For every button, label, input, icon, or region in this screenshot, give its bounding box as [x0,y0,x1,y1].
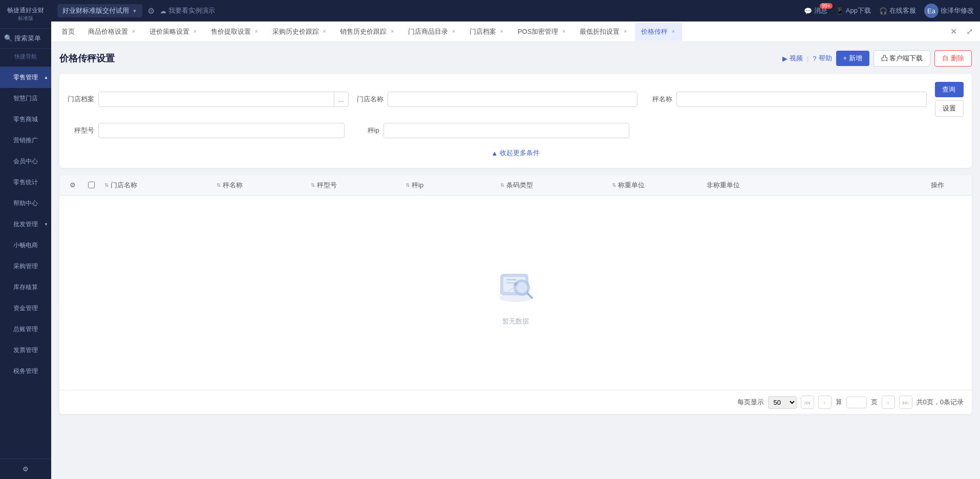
tab-close-purchase-history[interactable]: × [322,28,327,35]
tab-pos-mgmt[interactable]: POS加密管理× [512,23,572,41]
prev-page-btn[interactable]: ‹ [818,396,832,409]
scale-ip-field: 秤ip [353,123,630,138]
tab-close-store-archive[interactable]: × [499,28,504,35]
collapse-icon: ▲ [492,149,498,157]
app-download-btn[interactable]: 📱 App下载 [836,6,871,15]
topbar-gear-btn[interactable]: ⚙ [147,6,155,16]
download-client-button[interactable]: 凸 客户端下载 [874,50,931,67]
close-tab-btn[interactable]: ✕ [947,26,960,37]
tab-close-purchase-strategy[interactable]: × [193,28,198,35]
next-page-btn[interactable]: › [882,396,895,409]
sidebar-item-member[interactable]: 会员中心 [0,151,51,172]
scale-ip-label: 秤ip [353,126,379,135]
delete-button[interactable]: 自 删除 [934,50,972,67]
version-select[interactable]: 好业财标准版交付试用 ▼ [57,4,142,17]
add-button[interactable]: + 新增 [836,51,869,66]
tab-home[interactable]: 首页 [55,23,81,41]
collapse-label: 收起更多条件 [500,148,540,158]
sidebar-search[interactable]: 🔍 搜索菜单 [0,29,51,49]
total-pages-label: 页 [871,398,878,407]
sidebar-item-inventory[interactable]: 库存核算 [0,277,51,298]
content-area: 价格传秤设置 ▶ 视频 | ? 帮助 + 新增 凸 客户端下载 自 删除 [51,42,980,479]
tab-close-pos-mgmt[interactable]: × [561,28,566,35]
store-archive-label: 门店档案 [68,95,94,104]
scale-model-field: 秤型号 [68,123,345,138]
tab-label-price-setting: 商品价格设置 [88,27,128,36]
tab-min-discount[interactable]: 最低折扣设置× [573,23,634,41]
sidebar: 畅捷通好业财 标准版 🔍 搜索菜单 快捷导航 零售管理智慧门店零售商城营销推广会… [0,0,51,479]
store-archive-dots-btn[interactable]: ... [334,92,348,106]
collapse-row: ▲ 收起更多条件 [68,144,964,160]
tab-purchase-history[interactable]: 采购历史价跟踪× [266,23,333,41]
tab-store-archive[interactable]: 门店档案× [463,23,510,41]
tab-close-sale-history[interactable]: × [390,28,395,35]
sidebar-item-xiaochange[interactable]: 小畅电商 [0,235,51,256]
table-header: ⚙ ⇅ 门店名称 ⇅ 秤名称 ⇅ 秤型号 ⇅ 秤ip [59,175,972,195]
topbar-actions: 💬 消息 99+ 📱 App下载 🎧 在线客服 Ea 徐泽华修改 [804,4,974,18]
first-page-btn[interactable]: ⏮ [801,396,814,409]
video-label: 视频 [790,54,803,63]
sidebar-item-help[interactable]: 帮助中心 [0,193,51,214]
help-link[interactable]: ? 帮助 [813,54,832,63]
store-name-input[interactable] [388,92,638,107]
sidebar-item-retail-mall[interactable]: 零售商城 [0,109,51,130]
sidebar-item-purchase[interactable]: 采购管理 [0,256,51,277]
quick-nav-label: 快捷导航 [14,53,37,60]
sidebar-item-batch-mgmt[interactable]: 批发管理 [0,214,51,235]
tab-sale-extract[interactable]: 售价提取设置× [205,23,265,41]
store-archive-input[interactable] [99,92,334,106]
query-button[interactable]: 查询 [935,82,964,97]
col-store-name-label: 门店名称 [111,181,137,190]
expand-window-btn[interactable]: ⤢ [963,26,976,37]
scale-name-input[interactable] [676,92,927,107]
per-page-select[interactable]: 10 20 50 100 [768,396,797,409]
store-archive-input-wrapper: ... [98,92,349,107]
divider: | [807,55,808,62]
tab-sale-history[interactable]: 销售历史价跟踪× [334,23,401,41]
sidebar-item-marketing[interactable]: 营销推广 [0,130,51,151]
messages-btn[interactable]: 💬 消息 99+ [804,6,827,15]
scale-model-input[interactable] [98,123,345,138]
last-page-btn[interactable]: ⏭ [899,396,912,409]
page-input[interactable]: 1 [846,397,867,408]
demo-text: 我要看实例演示 [168,6,215,15]
tab-close-sale-extract[interactable]: × [254,28,259,35]
sidebar-item-tax[interactable]: 税务管理 [0,361,51,382]
select-all-checkbox[interactable] [82,182,100,188]
user-profile-btn[interactable]: Ea 徐泽华修改 [924,4,974,18]
scale-ip-input[interactable] [384,123,630,138]
tab-store-catalog[interactable]: 门店商品目录× [402,23,462,41]
collapse-btn[interactable]: ▲ 收起更多条件 [485,146,546,160]
checkbox-all[interactable] [88,182,95,188]
help-icon: ? [813,55,816,62]
help-label: 帮助 [819,54,832,63]
tab-close-price-setting[interactable]: × [131,28,136,35]
scale-name-field: 秤名称 [646,92,927,107]
sidebar-item-invoice[interactable]: 发票管理 [0,340,51,361]
tab-close-store-catalog[interactable]: × [451,28,456,35]
demo-btn[interactable]: ☁ 我要看实例演示 [160,6,215,15]
sidebar-item-smart-store[interactable]: 智慧门店 [0,88,51,109]
tab-close-price-scale[interactable]: × [671,28,676,35]
scale-model-label: 秤型号 [68,126,94,135]
sort-icon-6: ⇅ [612,182,616,188]
col-weight-unit-label: 称重单位 [618,181,645,190]
sidebar-item-ledger[interactable]: 总账管理 [0,319,51,340]
store-name-label: 门店名称 [357,95,384,104]
tab-price-scale[interactable]: 价格传秤× [635,23,682,41]
tab-close-min-discount[interactable]: × [623,28,628,35]
user-name: 徐泽华修改 [941,6,974,15]
column-settings-btn[interactable]: ⚙ [63,181,82,189]
support-btn[interactable]: 🎧 在线客服 [879,6,916,15]
store-archive-field: 门店档案 ... [68,92,349,107]
tab-purchase-strategy[interactable]: 进价策略设置× [143,23,204,41]
tab-price-setting[interactable]: 商品价格设置× [82,23,142,41]
video-link[interactable]: ▶ 视频 [782,54,803,63]
sidebar-item-retail-mgmt[interactable]: 零售管理 [0,67,51,88]
app-label: App下载 [846,6,871,15]
svg-rect-8 [506,282,514,284]
settings-button[interactable]: 设置 [935,100,964,117]
sidebar-item-capital[interactable]: 资金管理 [0,298,51,319]
sidebar-settings-btn[interactable]: ⚙ [0,459,51,479]
sidebar-item-retail-stats[interactable]: 零售统计 [0,172,51,193]
